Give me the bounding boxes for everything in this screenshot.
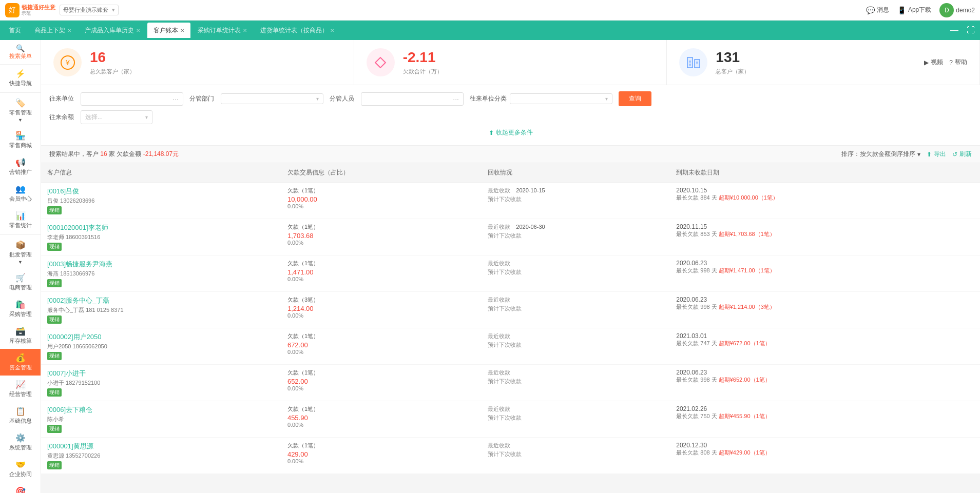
filter-person-input[interactable]: ···	[361, 92, 464, 106]
due-date-5: 2020.06.23	[676, 369, 974, 376]
due-overdue-2[interactable]: 超期¥1,471.00（1笔）	[719, 267, 775, 273]
due-days-5: 最长欠款 998 天 超期¥652.00（1笔）	[676, 376, 974, 384]
table-row: [000002]用户2050 用户2050 18665062050 现销 欠款（…	[41, 328, 980, 365]
data-table: 客户信息 欠款交易信息（占比） 回收情况 到期未收款日期 [0016]吕俊 吕俊…	[41, 163, 980, 474]
debt-amount-0[interactable]: 10,000.00	[287, 195, 475, 203]
due-overdue-1[interactable]: 超期¥1,703.68（1笔）	[719, 231, 775, 237]
due-overdue-3[interactable]: 超期¥1,214.00（3笔）	[719, 304, 775, 310]
filter-category-input[interactable]: ▾	[510, 93, 612, 104]
debt-ratio-0: 0.00%	[287, 203, 475, 209]
video-btn[interactable]: ▶ 视频	[924, 58, 943, 67]
debt-amount-3[interactable]: 1,214.00	[287, 305, 475, 312]
main-layout: 🔍 搜索菜单 ⚡ 快捷导航 🏷️ 零售管理 ▼ 🏪 零售商城 📢 营销推广 👥 …	[0, 40, 980, 493]
filter-balance-input[interactable]: 选择... ▾	[81, 110, 152, 124]
tab-close-icon[interactable]: ✕	[67, 28, 71, 33]
customer-name-5[interactable]: [0007]小进干	[47, 369, 275, 378]
cell-due-5: 2020.06.23 最长欠款 998 天 超期¥652.00（1笔）	[670, 365, 980, 401]
due-days-2: 最长欠款 998 天 超期¥1,471.00（1笔）	[676, 267, 974, 274]
tab-close-icon[interactable]: ✕	[330, 28, 334, 33]
sidebar-item-basic-info[interactable]: 📋 基础信息	[0, 402, 41, 429]
sidebar-item-finance[interactable]: 💰 资金管理	[0, 349, 41, 376]
help-btn[interactable]: ? 帮助	[949, 58, 967, 67]
debt-amount-2[interactable]: 1,471.00	[287, 268, 475, 276]
debt-amount-1[interactable]: 1,703.68	[287, 232, 475, 240]
filter-unit-input[interactable]: ···	[81, 92, 183, 106]
tab-purchase-order[interactable]: 采购订单统计表 ✕	[191, 23, 253, 38]
sidebar-shortcut[interactable]: ⚡ 快捷导航	[0, 65, 41, 91]
customer-name-4[interactable]: [000002]用户2050	[47, 332, 275, 342]
due-overdue-7[interactable]: 超期¥429.00（1笔）	[719, 449, 771, 456]
due-overdue-4[interactable]: 超期¥672.00（1笔）	[719, 340, 771, 346]
tab-close-icon[interactable]: ✕	[136, 28, 140, 33]
sidebar-search[interactable]: 🔍 搜索菜单	[0, 40, 41, 65]
cell-due-6: 2021.02.26 最长欠款 750 天 超期¥455.90（1笔）	[670, 401, 980, 438]
customer-phone-1: 李老师 18600391516	[47, 233, 275, 241]
company-name: 母婴行业演示账套	[63, 7, 108, 13]
due-days-6: 最长欠款 750 天 超期¥455.90（1笔）	[676, 412, 974, 420]
sidebar-item-member[interactable]: 👥 会员中心	[0, 180, 41, 207]
tab-product-history[interactable]: 产成品入库单历史 ✕	[79, 23, 146, 38]
recover-label-4: 最近收款	[488, 332, 664, 340]
debt-amount-4[interactable]: 672.00	[287, 341, 475, 349]
sidebar-item-inventory[interactable]: 🗃️ 库存核算	[0, 322, 41, 349]
due-overdue-0[interactable]: 超期¥10,000.00（1笔）	[719, 194, 778, 201]
customer-name-7[interactable]: [000001]黄思源	[47, 442, 275, 451]
due-date-6: 2021.02.26	[676, 405, 974, 412]
cell-recover-0: 最近收款 2020-10-15 预计下次收款	[482, 183, 670, 219]
due-overdue-6[interactable]: 超期¥455.90（1笔）	[719, 413, 771, 419]
tab-close-icon[interactable]: ✕	[180, 28, 184, 33]
sidebar-item-ecommerce[interactable]: 🛒 电商管理	[0, 269, 41, 295]
customer-name-1[interactable]: [0001020001]李老师	[47, 223, 275, 232]
debt-amount-7[interactable]: 429.00	[287, 450, 475, 458]
stat-card-total-customers: 131 总客户（家） ▶ 视频 ? 帮助	[667, 40, 980, 85]
sidebar-item-marketing[interactable]: 📢 营销推广	[0, 153, 41, 180]
sidebar-item-ops[interactable]: 📈 经营管理	[0, 376, 41, 402]
collapse-btn[interactable]: ⬆ 收起更多条件	[49, 128, 972, 137]
cell-due-4: 2021.03.01 最长欠款 747 天 超期¥672.00（1笔）	[670, 328, 980, 365]
tab-product-status[interactable]: 商品上下架 ✕	[28, 23, 78, 38]
cell-debt-6: 欠款（1笔） 455.90 0.00%	[281, 401, 482, 438]
customer-phone-3: 服务中心_丁磊 181 0125 8371	[47, 306, 275, 314]
svg-rect-6	[689, 64, 691, 66]
total-customer-label: 总客户（家）	[716, 68, 750, 75]
customer-name-0[interactable]: [0016]吕俊	[47, 187, 275, 196]
tab-maximize-btn[interactable]: ⛶	[964, 26, 978, 35]
due-date-7: 2020.12.30	[676, 442, 974, 449]
debt-ratio-3: 0.00%	[287, 312, 475, 319]
sidebar-item-retail-store[interactable]: 🏪 零售商城	[0, 127, 41, 153]
sidebar-item-system[interactable]: ⚙️ 系统管理	[0, 429, 41, 456]
cell-customer-7: [000001]黄思源 黄思源 13552700226 现销	[41, 438, 281, 474]
user-avatar[interactable]: D demo2	[939, 3, 975, 17]
debt-amount-5[interactable]: 652.00	[287, 378, 475, 385]
due-overdue-5[interactable]: 超期¥652.00（1笔）	[719, 377, 771, 383]
search-button[interactable]: 查询	[619, 91, 651, 106]
message-btn[interactable]: 💬 消息	[866, 6, 889, 14]
customer-name-3[interactable]: [0002]服务中心_丁磊	[47, 296, 275, 305]
tab-customer-account[interactable]: 客户账本 ✕	[147, 23, 190, 38]
due-days-1: 最长欠款 853 天 超期¥1,703.68（1笔）	[676, 230, 974, 238]
filter-dept-input[interactable]: ▾	[221, 93, 323, 104]
customer-name-2[interactable]: [0003]畅捷服务尹海燕	[47, 260, 275, 269]
tab-close-icon[interactable]: ✕	[243, 28, 247, 33]
sidebar-item-batch-mgmt[interactable]: 📦 批发管理 ▼	[0, 236, 41, 269]
recover-label-1: 最近收款 2020-06-30	[488, 223, 664, 231]
app-download-btn[interactable]: 📱 App下载	[897, 6, 931, 14]
col-header-due: 到期未收款日期	[670, 163, 980, 183]
debt-amount-6[interactable]: 455.90	[287, 414, 475, 422]
tab-home[interactable]: 首页	[3, 23, 27, 38]
cell-customer-5: [0007]小进干 小进干 18279152100 现销	[41, 365, 281, 401]
tab-stock-summary[interactable]: 进货单统计表（按商品） ✕	[254, 23, 340, 38]
cell-debt-7: 欠款（1笔） 429.00 0.00%	[281, 438, 482, 474]
refresh-btn[interactable]: ↺ 刷新	[952, 150, 972, 159]
company-selector[interactable]: 母婴行业演示账套 ▾	[60, 5, 119, 15]
customer-phone-4: 用户2050 18665062050	[47, 343, 275, 350]
export-btn[interactable]: ⬆ 导出	[927, 150, 946, 159]
sidebar-item-retail-stats[interactable]: 📊 零售统计	[0, 207, 41, 233]
sidebar-item-guide[interactable]: 🎯 新手引导	[0, 482, 41, 493]
tab-minimize-btn[interactable]: —	[947, 26, 962, 35]
customer-name-6[interactable]: [0006]去下粮仓	[47, 405, 275, 415]
sidebar-item-purchase[interactable]: 🛍️ 采购管理	[0, 295, 41, 322]
sidebar-item-enterprise[interactable]: 🤝 企业协同	[0, 456, 41, 482]
sidebar-item-retail-mgmt[interactable]: 🏷️ 零售管理 ▼	[0, 94, 41, 127]
sort-selector[interactable]: 排序：按欠款金额倒序排序 ▾	[841, 150, 920, 159]
